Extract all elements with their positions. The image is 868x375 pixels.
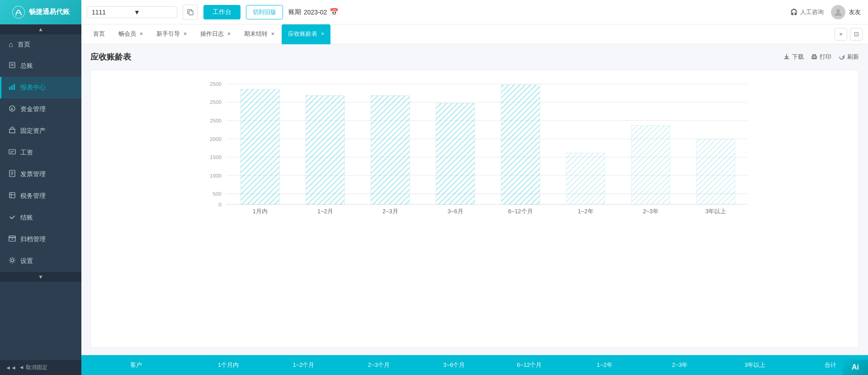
svg-rect-47	[241, 89, 279, 204]
col-1-2m-label: 1~2个月	[292, 361, 314, 368]
ai-badge[interactable]: Ai	[843, 360, 868, 375]
calendar-icon[interactable]: 📅	[330, 8, 339, 16]
refresh-button[interactable]: 刷新	[839, 53, 859, 61]
col-1m-label: 1个月内	[218, 361, 239, 368]
svg-point-26	[11, 259, 14, 262]
table-col-1-2m: 1~2个月	[266, 361, 341, 369]
workbench-button[interactable]: 工作台	[203, 5, 241, 19]
svg-text:0: 0	[218, 202, 222, 207]
company-selector[interactable]: 1111 ▼	[87, 6, 177, 18]
tab-aging-label: 应收账龄表	[288, 30, 317, 38]
sidebar-item-archive[interactable]: 归档管理	[0, 229, 81, 250]
col-1-2y-label: 1~2年	[597, 361, 613, 368]
sidebar-item-home[interactable]: ⌂ 首页	[0, 34, 81, 55]
download-label: 下载	[792, 53, 804, 61]
sidebar-scroll-up[interactable]: ▲	[0, 24, 81, 34]
svg-rect-20	[9, 192, 15, 198]
bar-chart-svg: 2500 2500 2500 2000 1500 1000 500 0	[100, 79, 849, 224]
unpin-button[interactable]: ◄◄ ◄ 取消固定	[0, 360, 81, 375]
sidebar-label-home: 首页	[18, 41, 30, 49]
tab-period-end-close[interactable]: ×	[271, 31, 274, 37]
tab-member-close[interactable]: ×	[140, 31, 143, 37]
sidebar-label-payroll: 工资	[20, 149, 33, 157]
tab-aging-close[interactable]: ×	[321, 31, 324, 37]
avatar	[831, 5, 845, 19]
page-header: 应收账龄表 下载 打印	[90, 52, 859, 62]
consulting-label: 人工咨询	[800, 8, 824, 16]
table-col-6-12m: 6~12个月	[492, 361, 567, 369]
sidebar-scroll-down[interactable]: ▼	[0, 272, 81, 282]
svg-text:500: 500	[212, 191, 222, 197]
headset-icon: 🎧	[790, 9, 797, 15]
sidebar-item-funds[interactable]: ¥ 资金管理	[0, 98, 81, 120]
tab-period-end[interactable]: 期末结转 ×	[238, 24, 281, 44]
payroll-icon	[9, 148, 16, 157]
user-area[interactable]: 友友	[831, 5, 861, 19]
home-icon: ⌂	[9, 41, 13, 49]
archive-icon	[9, 235, 16, 244]
sidebar-item-reports[interactable]: 报表中心	[0, 77, 81, 98]
svg-rect-6	[9, 87, 10, 89]
period-label: 账期	[288, 8, 301, 16]
svg-text:2000: 2000	[210, 136, 222, 142]
svg-text:1000: 1000	[210, 173, 222, 178]
copy-button[interactable]	[183, 5, 198, 20]
tab-period-end-label: 期末结转	[244, 30, 268, 38]
svg-rect-1	[189, 11, 193, 15]
ai-label: Ai	[852, 363, 859, 371]
print-button[interactable]: 打印	[811, 53, 831, 61]
sidebar-label-reports: 报表中心	[20, 84, 46, 92]
content-area: 首页 畅会员 × 新手引导 × 操作日志 × 期末结转 × 应收账龄表 ×	[81, 24, 868, 375]
svg-rect-50	[436, 103, 475, 204]
tab-guide-label: 新手引导	[156, 30, 180, 38]
table-header: 客户 1个月内 1~2个月 2~3个月 3~6个月 6~12个月 1~2年 2~…	[81, 355, 868, 375]
refresh-label: 刷新	[847, 53, 859, 61]
sidebar-item-settings[interactable]: 设置	[0, 250, 81, 272]
tab-guide[interactable]: 新手引导 ×	[150, 24, 193, 44]
sidebar-item-payroll[interactable]: 工资	[0, 142, 81, 164]
col-3-6m-label: 3~6个月	[443, 361, 465, 368]
svg-text:1~2年: 1~2年	[578, 208, 594, 215]
svg-rect-12	[9, 129, 15, 133]
sidebar-item-invoice[interactable]: 发票管理	[0, 164, 81, 185]
sidebar-label-checkout: 结账	[20, 214, 33, 222]
table-col-2-3m: 2~3个月	[341, 361, 416, 369]
switch-version-button[interactable]: 切到旧版	[246, 5, 283, 19]
tab-oplog[interactable]: 操作日志 ×	[194, 24, 237, 44]
sidebar-label-ledger: 总账	[20, 62, 33, 70]
consulting-button[interactable]: 🎧 人工咨询	[790, 8, 824, 16]
svg-rect-7	[11, 85, 13, 89]
tab-expand-button[interactable]: ⊡	[850, 28, 863, 41]
col-total-label: 合计	[825, 361, 836, 368]
tab-close-all-button[interactable]: ×	[835, 28, 847, 41]
svg-rect-3	[9, 62, 15, 68]
col-3y-plus-label: 3年以上	[745, 361, 765, 368]
svg-text:2~3月: 2~3月	[382, 208, 398, 215]
sidebar: ▲ ⌂ 首页 总账	[0, 24, 81, 375]
sidebar-item-assets[interactable]: 固定资产	[0, 120, 81, 142]
table-col-3y-plus: 3年以上	[717, 361, 793, 369]
page-content: 应收账龄表 下载 打印	[81, 44, 868, 355]
reports-icon	[9, 83, 16, 92]
svg-rect-49	[371, 95, 410, 204]
tab-oplog-close[interactable]: ×	[227, 31, 231, 37]
ledger-icon	[9, 61, 16, 70]
tab-aging[interactable]: 应收账龄表 ×	[282, 24, 330, 44]
svg-text:1500: 1500	[210, 154, 222, 160]
sidebar-item-tax[interactable]: 税务管理	[0, 185, 81, 207]
svg-point-2	[836, 9, 840, 13]
svg-rect-54	[697, 139, 735, 204]
tab-member[interactable]: 畅会员 ×	[112, 24, 149, 44]
table-col-3-6m: 3~6个月	[416, 361, 491, 369]
tab-home[interactable]: 首页	[87, 24, 111, 44]
download-button[interactable]: 下载	[783, 53, 804, 61]
tab-oplog-label: 操作日志	[200, 30, 224, 38]
sidebar-item-ledger[interactable]: 总账	[0, 55, 81, 77]
tab-guide-close[interactable]: ×	[184, 31, 187, 37]
sidebar-label-funds: 资金管理	[20, 105, 46, 113]
sidebar-item-checkout[interactable]: 结账	[0, 207, 81, 229]
username: 友友	[849, 8, 861, 16]
col-customer-label: 客户	[130, 361, 142, 368]
sidebar-label-invoice: 发票管理	[20, 170, 46, 178]
col-6-12m-label: 6~12个月	[517, 361, 542, 368]
